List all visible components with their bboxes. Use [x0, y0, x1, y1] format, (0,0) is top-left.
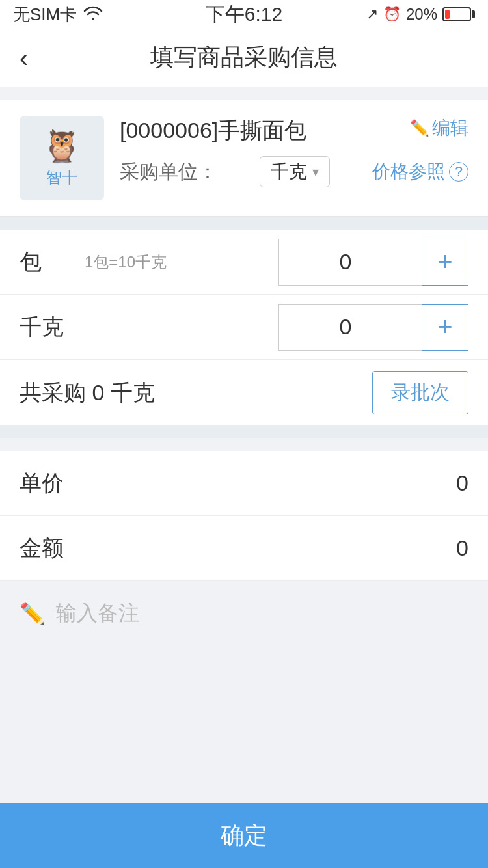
kg-plus-button[interactable]: +: [422, 304, 468, 351]
remarks-section[interactable]: ✏️ 输入备注: [0, 581, 488, 646]
edit-icon: ✏️: [410, 119, 429, 137]
price-ref-question-icon: ?: [449, 162, 468, 182]
pencil-icon: ✏️: [20, 601, 46, 626]
bag-input-row: 包 1包=10千克 +: [0, 230, 488, 295]
unit-price-label: 单价: [20, 468, 456, 498]
input-section: 包 1包=10千克 + 千克 + 共采购 0 千克 录批次: [0, 230, 488, 425]
product-header: [0000006]手撕面包 ✏️ 编辑: [120, 116, 468, 146]
amount-label: 金额: [20, 534, 456, 563]
unit-price-row: 单价 0: [0, 451, 488, 516]
status-bar: 无SIM卡 下午6:12 ↗ ⏰ 20%: [0, 0, 488, 29]
section-divider-1: [0, 217, 488, 230]
kg-input-wrapper: +: [278, 304, 468, 351]
batch-button[interactable]: 录批次: [372, 371, 468, 414]
total-row: 共采购 0 千克 录批次: [0, 360, 488, 425]
bag-label: 包: [20, 247, 72, 277]
kg-input[interactable]: [278, 304, 422, 351]
price-ref-link[interactable]: 价格参照 ?: [372, 159, 468, 184]
kg-label: 千克: [20, 312, 72, 342]
chevron-down-icon: ▾: [312, 164, 319, 180]
price-section: 单价 0 金额 0: [0, 451, 488, 581]
battery-percent: 20%: [406, 5, 437, 23]
unit-label: 采购单位：: [120, 159, 217, 185]
edit-label: 编辑: [432, 116, 468, 141]
unit-row: 采购单位： 千克 ▾ 价格参照 ?: [120, 156, 468, 187]
product-name: [0000006]手撕面包: [120, 116, 306, 146]
unit-value: 千克: [271, 159, 307, 184]
confirm-btn-wrapper: 确定: [0, 803, 488, 868]
battery-icon: [442, 7, 475, 21]
back-button[interactable]: ‹: [20, 45, 28, 71]
section-divider-2: [0, 425, 488, 438]
product-card: 🦉 智十 [0000006]手撕面包 ✏️ 编辑 采购单位： 千克 ▾ 价格参照…: [0, 100, 488, 217]
product-info: [0000006]手撕面包 ✏️ 编辑 采购单位： 千克 ▾ 价格参照 ?: [120, 116, 468, 187]
product-image: 🦉 智十: [20, 116, 104, 200]
location-icon: ↗: [366, 6, 378, 23]
unit-price-value: 0: [456, 470, 468, 496]
total-text: 共采购 0 千克: [20, 378, 372, 408]
kg-input-row: 千克 +: [0, 295, 488, 360]
status-right-icons: ↗ ⏰ 20%: [366, 5, 475, 23]
nav-bar: ‹ 填写商品采购信息: [0, 29, 488, 87]
remarks-placeholder: 输入备注: [56, 599, 139, 628]
page-title: 填写商品采购信息: [150, 42, 338, 74]
bag-plus-button[interactable]: +: [422, 239, 468, 286]
unit-select[interactable]: 千克 ▾: [260, 156, 330, 187]
brand-name: 智十: [46, 167, 77, 188]
status-time: 下午6:12: [206, 1, 282, 28]
brand-owl-icon: 🦉: [42, 128, 81, 165]
carrier-text: 无SIM卡: [13, 3, 77, 26]
bag-input-wrapper: +: [278, 239, 468, 286]
amount-value: 0: [456, 536, 468, 561]
bag-sublabel: 1包=10千克: [85, 252, 265, 273]
wifi-icon: [83, 5, 103, 25]
status-carrier: 无SIM卡: [13, 3, 103, 26]
edit-link[interactable]: ✏️ 编辑: [410, 116, 468, 141]
confirm-button[interactable]: 确定: [0, 803, 488, 868]
amount-row: 金额 0: [0, 516, 488, 581]
bag-input[interactable]: [278, 239, 422, 286]
price-ref-label: 价格参照: [372, 159, 445, 184]
alarm-icon: ⏰: [383, 6, 401, 23]
